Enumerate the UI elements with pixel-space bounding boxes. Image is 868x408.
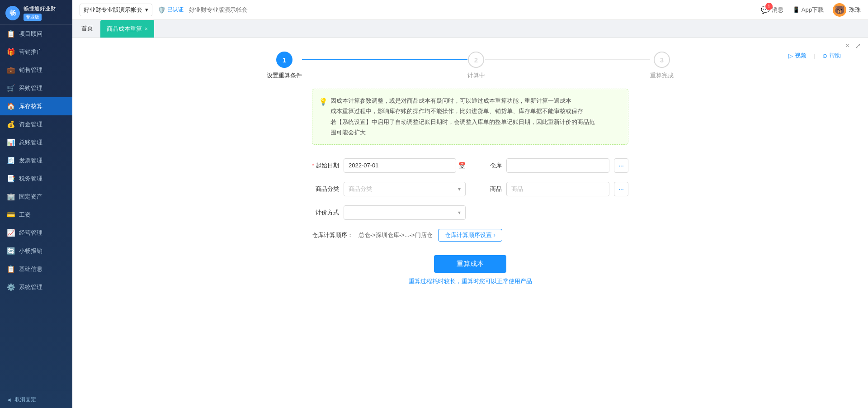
- start-date-input[interactable]: 2022-07-01: [344, 158, 456, 173]
- tax-icon: 📑: [6, 174, 15, 183]
- sidebar-item-marketing[interactable]: 🎁 营销推广: [0, 43, 72, 61]
- marketing-icon: 🎁: [6, 47, 15, 57]
- warehouse-order-value: 总仓->深圳仓库->...->门店仓: [359, 231, 433, 239]
- tab-recalc[interactable]: 商品成本重算 ×: [100, 20, 154, 38]
- product-label: 商品: [475, 185, 502, 193]
- sidebar-logo: 畅 畅捷通好业财 专业版: [0, 0, 72, 25]
- chevron-down-icon: ▾: [458, 209, 461, 216]
- warehouse-order-button[interactable]: 仓库计算顺序设置 ›: [438, 229, 502, 242]
- sidebar-item-label: 基础信息: [19, 265, 42, 273]
- tab-home[interactable]: 首页: [76, 20, 99, 38]
- tab-close-icon[interactable]: ×: [145, 26, 148, 32]
- message-label: 消息: [772, 6, 783, 14]
- app-download-button[interactable]: 📱 App下载: [793, 6, 824, 14]
- sidebar-item-label: 库存核算: [19, 102, 42, 110]
- sidebar-item-label: 小畅报销: [19, 247, 42, 255]
- messages-button[interactable]: 💬 1 消息: [761, 5, 783, 14]
- category-select[interactable]: 商品分类 ▾: [344, 182, 466, 196]
- avatar: 🐻: [833, 3, 846, 17]
- step-1-circle: 1: [276, 52, 292, 68]
- play-icon: ▷: [788, 52, 793, 59]
- step-3-label: 重算完成: [650, 71, 674, 80]
- operations-icon: 📈: [6, 228, 15, 237]
- sidebar-item-accounting[interactable]: 📊 总账管理: [0, 133, 72, 152]
- step-1-label: 设置重算条件: [267, 71, 302, 80]
- video-link[interactable]: ▷ 视频: [788, 52, 807, 60]
- sidebar-item-salary[interactable]: 💳 工资: [0, 206, 72, 224]
- product-placeholder: 商品: [511, 185, 523, 193]
- sidebar-item-project[interactable]: 📋 项目顾问: [0, 25, 72, 43]
- sidebar-item-invoice[interactable]: 🧾 发票管理: [0, 152, 72, 170]
- help-label: 帮助: [829, 52, 841, 60]
- step-2: 2 计算中: [467, 52, 485, 80]
- tabbar: 首页 商品成本重算 ×: [72, 20, 868, 38]
- sidebar-item-basic[interactable]: 📋 基础信息: [0, 260, 72, 278]
- step-1: 1 设置重算条件: [267, 52, 302, 80]
- sidebar-item-finance[interactable]: 💰 资金管理: [0, 115, 72, 133]
- content-area: × ⤢ ▷ 视频 | ⊙ 帮助 1 设置重算条件: [72, 38, 868, 408]
- step-2-label: 计算中: [467, 71, 485, 80]
- form-section: 起始日期 2022-07-01 📅 仓库 ··· 商: [312, 158, 628, 242]
- recalc-section: 重算成本 重算过程耗时较长，重算时您可以正常使用产品: [90, 255, 850, 285]
- product-dots-button[interactable]: ···: [614, 182, 628, 196]
- steps-container: 1 设置重算条件 2 计算中 3 重算完成: [267, 52, 674, 80]
- user-menu[interactable]: 🐻 珠珠: [833, 3, 861, 17]
- sidebar-item-label: 总账管理: [19, 138, 42, 147]
- chevron-down-icon: ▾: [458, 186, 461, 192]
- logo-badge: 专业版: [24, 14, 42, 21]
- step-connector-2: [485, 59, 651, 60]
- step-2-circle: 2: [468, 52, 484, 68]
- sidebar-item-label: 资金管理: [19, 120, 42, 128]
- video-label: 视频: [795, 52, 807, 60]
- sidebar-item-label: 采购管理: [19, 84, 42, 92]
- calendar-icon[interactable]: 📅: [458, 162, 466, 169]
- phone-icon: 📱: [793, 6, 800, 13]
- sidebar-item-label: 营销推广: [19, 48, 42, 56]
- sidebar-item-label: 税务管理: [19, 175, 42, 183]
- category-group: 商品分类 商品分类 ▾: [312, 182, 466, 196]
- sidebar-unpin[interactable]: ◄ 取消固定: [0, 391, 72, 408]
- sidebar-item-purchase[interactable]: 🛒 采购管理: [0, 79, 72, 97]
- logo-icon: 畅: [5, 6, 20, 20]
- system-icon: ⚙️: [6, 283, 15, 292]
- sidebar-item-assets[interactable]: 🏢 固定资产: [0, 188, 72, 206]
- info-line-3: 若【系统设置】中启用了自动调整记账日期时，会调整入库单的整单记账日期，因此重新计…: [330, 117, 621, 127]
- message-badge: 1: [765, 3, 773, 10]
- start-date-value: 2022-07-01: [349, 162, 379, 169]
- sidebar-item-system[interactable]: ⚙️ 系统管理: [0, 278, 72, 296]
- account-selector[interactable]: 好业财专业版演示帐套 ▾: [80, 4, 152, 16]
- sidebar-item-label: 固定资产: [19, 193, 42, 201]
- info-line-4: 围可能会扩大: [330, 127, 621, 138]
- unpin-label: 取消固定: [14, 396, 36, 403]
- assets-icon: 🏢: [6, 192, 15, 201]
- project-icon: 📋: [6, 29, 15, 38]
- close-window-button[interactable]: ×: [845, 42, 849, 50]
- pricing-select[interactable]: ▾: [344, 205, 466, 220]
- form-row-3: 计价方式 ▾: [312, 205, 628, 220]
- start-date-field: 2022-07-01 📅: [344, 158, 466, 173]
- start-date-group: 起始日期 2022-07-01 📅: [312, 158, 466, 173]
- sidebar-item-operations[interactable]: 📈 经营管理: [0, 224, 72, 242]
- recalc-button[interactable]: 重算成本: [434, 255, 506, 273]
- sidebar-item-tax[interactable]: 📑 税务管理: [0, 170, 72, 188]
- sidebar-item-sales[interactable]: 💼 销售管理: [0, 61, 72, 79]
- sidebar-item-inventory[interactable]: 🏠 库存核算: [0, 97, 72, 115]
- info-line-1: 因成本计算参数调整，或是对商品成本有疑问时，可以通过成本重算功能，重新计算一遍成…: [330, 95, 621, 106]
- help-link[interactable]: ⊙ 帮助: [822, 52, 841, 60]
- user-name: 珠珠: [849, 6, 861, 14]
- logo-name: 畅捷通好业财: [24, 5, 56, 13]
- topbar-right: 💬 1 消息 📱 App下载 🐻 珠珠: [761, 3, 861, 17]
- unpin-icon: ◄: [6, 397, 12, 403]
- sidebar-item-label: 发票管理: [19, 157, 42, 165]
- sidebar-item-expense[interactable]: 🔄 小畅报销: [0, 242, 72, 260]
- invoice-icon: 🧾: [6, 156, 15, 165]
- warehouse-order-label: 仓库计算顺序：: [312, 231, 353, 239]
- warehouse-input[interactable]: [506, 158, 609, 173]
- expand-window-button[interactable]: ⤢: [855, 42, 861, 50]
- warehouse-dots-button[interactable]: ···: [614, 158, 628, 173]
- info-box: 💡 因成本计算参数调整，或是对商品成本有疑问时，可以通过成本重算功能，重新计算一…: [312, 89, 628, 145]
- product-input[interactable]: 商品: [506, 182, 609, 196]
- salary-icon: 💳: [6, 210, 15, 219]
- sidebar-item-label: 经营管理: [19, 229, 42, 237]
- tab-recalc-label: 商品成本重算: [107, 25, 142, 33]
